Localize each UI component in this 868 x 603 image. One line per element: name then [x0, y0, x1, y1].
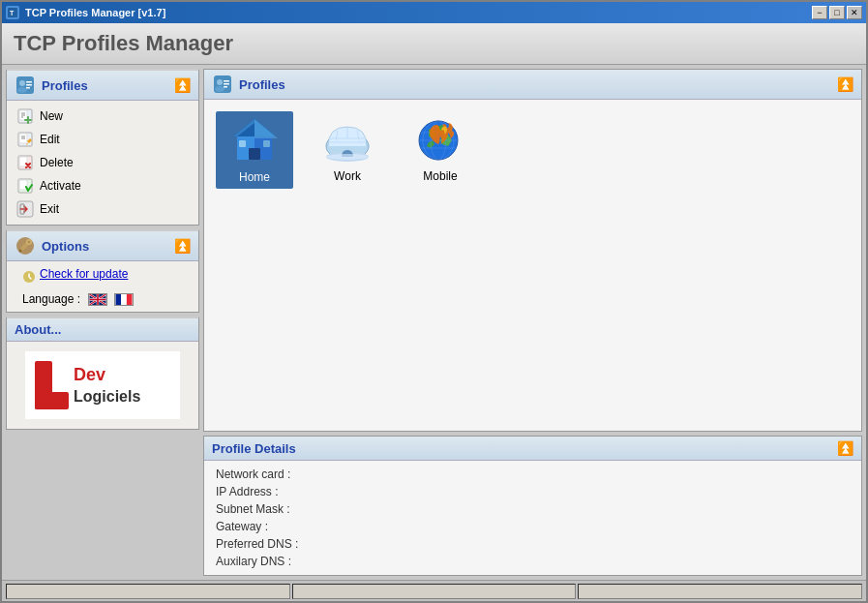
profiles-menu-body: New Edit — [7, 101, 198, 225]
check-update-link[interactable]: Check for update — [40, 267, 128, 281]
about-header: About... — [7, 318, 198, 342]
svg-rect-7 — [26, 87, 30, 89]
about-body: Dev Logiciels — [7, 342, 198, 429]
svg-point-62 — [326, 154, 369, 160]
exit-icon — [16, 200, 34, 218]
devlogiciels-logo: Dev Logiciels — [25, 351, 180, 419]
svg-rect-5 — [26, 81, 32, 83]
new-icon — [16, 107, 34, 125]
about-panel: About... Dev Logiciels — [6, 317, 199, 430]
menu-item-activate[interactable]: Activate — [7, 174, 198, 197]
menu-item-activate-label: Activate — [40, 179, 81, 193]
menu-item-exit[interactable]: Exit — [7, 197, 198, 221]
english-flag[interactable] — [88, 293, 107, 306]
svg-rect-32 — [127, 294, 133, 305]
svg-rect-35 — [35, 392, 69, 409]
options-header: Options ⏫ — [7, 231, 198, 261]
gateway-value — [306, 519, 850, 534]
profiles-collapse-btn[interactable]: ⏫ — [174, 77, 191, 93]
profiles-panel: Profiles ⏫ — [203, 69, 862, 432]
svg-rect-6 — [26, 84, 32, 86]
window-controls: − □ ✕ — [812, 6, 862, 19]
gateway-label: Gateway : — [216, 519, 298, 534]
svg-point-3 — [19, 80, 25, 86]
profile-work-label: Work — [334, 169, 361, 183]
svg-text:Logiciels: Logiciels — [74, 388, 140, 405]
svg-text:T: T — [10, 10, 15, 16]
details-panel: Profile Details ⏫ Network card : IP Addr… — [203, 436, 862, 576]
status-bar — [2, 580, 866, 601]
menu-item-new[interactable]: New — [7, 105, 198, 128]
details-panel-collapse[interactable]: ⏫ — [837, 440, 853, 456]
logo-container: Dev Logiciels — [13, 351, 193, 419]
delete-icon — [16, 154, 34, 171]
svg-rect-43 — [224, 86, 227, 88]
main-window: T TCP Profiles Manager [v1.7] − □ ✕ TCP … — [0, 0, 868, 603]
svg-text:Dev: Dev — [74, 365, 105, 384]
menu-item-delete[interactable]: Delete — [7, 151, 198, 174]
profile-mobile[interactable]: Mobile — [402, 111, 479, 189]
svg-rect-50 — [249, 148, 260, 160]
svg-rect-42 — [224, 83, 229, 85]
edit-icon — [16, 131, 34, 148]
options-header-left: Options — [15, 235, 89, 256]
work-profile-icon — [322, 115, 373, 166]
menu-item-edit[interactable]: Edit — [7, 128, 198, 151]
title-bar: T TCP Profiles Manager [v1.7] − □ ✕ — [2, 2, 866, 23]
profiles-panel-collapse[interactable]: ⏫ — [837, 76, 853, 92]
profiles-panel-title: Profiles — [239, 77, 285, 92]
profile-home[interactable]: Home — [216, 111, 293, 189]
main-content: Profiles ⏫ New — [2, 65, 866, 580]
ip-address-value — [306, 484, 850, 499]
details-panel-title: Profile Details — [212, 441, 296, 456]
subnet-mask-value — [306, 501, 850, 517]
profiles-menu-header: Profiles ⏫ — [7, 71, 198, 101]
profile-home-label: Home — [235, 169, 274, 185]
details-panel-header: Profile Details ⏫ — [204, 437, 861, 461]
app-icon: T — [6, 6, 19, 19]
svg-rect-41 — [224, 80, 229, 82]
options-icon — [15, 235, 36, 256]
activate-icon — [16, 177, 34, 195]
maximize-button[interactable]: □ — [829, 6, 845, 19]
svg-rect-31 — [121, 294, 127, 305]
menu-item-new-label: New — [40, 109, 63, 123]
status-segment-3 — [578, 584, 862, 599]
profiles-panel-header: Profiles ⏫ — [204, 70, 861, 100]
svg-point-27 — [28, 241, 31, 244]
right-content: Profiles ⏫ — [203, 69, 862, 576]
profiles-menu-header-left: Profiles — [15, 75, 88, 96]
sidebar: Profiles ⏫ New — [6, 69, 199, 576]
auxilary-dns-value — [306, 554, 850, 569]
svg-rect-18 — [19, 157, 27, 166]
svg-rect-51 — [239, 140, 246, 147]
profile-mobile-label: Mobile — [423, 169, 457, 183]
menu-item-edit-label: Edit — [40, 133, 60, 146]
preferred-dns-label: Preferred DNS : — [216, 536, 298, 552]
svg-point-40 — [215, 86, 224, 92]
update-icon — [22, 270, 36, 284]
mobile-profile-icon — [415, 115, 465, 166]
about-title: About... — [15, 322, 61, 337]
profiles-menu-title: Profiles — [42, 78, 88, 93]
french-flag[interactable] — [114, 293, 134, 306]
minimize-button[interactable]: − — [812, 6, 827, 19]
profiles-grid: Home — [204, 100, 861, 200]
profiles-panel-icon — [212, 74, 233, 95]
svg-rect-30 — [116, 294, 122, 305]
options-collapse-btn[interactable]: ⏫ — [174, 238, 191, 254]
profiles-panel-header-left: Profiles — [212, 74, 285, 95]
close-button[interactable]: ✕ — [847, 6, 862, 19]
network-card-value — [306, 467, 850, 482]
options-title: Options — [42, 239, 89, 254]
details-grid: Network card : IP Address : Subnet Mask … — [204, 461, 861, 575]
options-body: Check for update Language : — [7, 261, 198, 312]
status-segment-1 — [6, 584, 290, 599]
preferred-dns-value — [306, 536, 850, 552]
subnet-mask-label: Subnet Mask : — [216, 501, 298, 517]
menu-item-exit-label: Exit — [40, 202, 59, 216]
ip-address-label: IP Address : — [216, 484, 298, 499]
app-header: TCP Profiles Manager — [2, 23, 866, 65]
menu-item-delete-label: Delete — [40, 156, 74, 169]
profile-work[interactable]: Work — [309, 111, 386, 189]
